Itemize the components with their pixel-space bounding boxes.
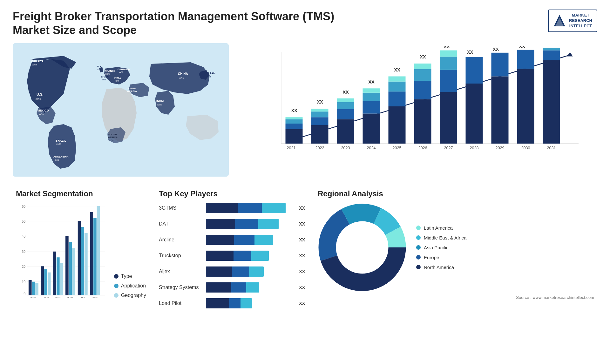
player-row: Truckstop XX	[159, 251, 305, 261]
svg-marker-38	[567, 52, 573, 57]
reg-label-mea: Middle East & Africa	[424, 235, 466, 240]
svg-text:2022: 2022	[43, 296, 49, 298]
svg-text:2021: 2021	[287, 146, 295, 150]
svg-rect-85	[491, 77, 509, 144]
svg-rect-51	[337, 119, 354, 144]
svg-rect-53	[337, 102, 354, 110]
segmentation-title: Market Segmentation	[16, 189, 146, 198]
svg-rect-112	[29, 280, 32, 295]
svg-rect-86	[491, 53, 509, 77]
donut-chart	[318, 203, 407, 292]
player-bar-2	[206, 235, 295, 245]
svg-rect-81	[466, 84, 483, 144]
player-xx-0: XX	[299, 206, 305, 211]
title-block: Freight Broker Transportation Management…	[13, 10, 334, 37]
svg-text:U.S.: U.S.	[37, 92, 43, 96]
svg-rect-41	[286, 119, 303, 124]
svg-rect-70	[414, 81, 431, 99]
svg-text:2023: 2023	[341, 146, 350, 150]
player-name-3: Truckstop	[159, 253, 203, 259]
regional-legend: Latin America Middle East & Africa Asia …	[416, 225, 466, 270]
legend-label-geography: Geography	[121, 293, 146, 298]
seg-legend: Type Application Geography	[114, 267, 146, 298]
reg-dot-latin	[416, 226, 421, 230]
players-list: 3GTMS XX DAT	[159, 203, 305, 308]
player-name-4: Aljex	[159, 269, 203, 274]
svg-text:2023: 2023	[55, 296, 61, 298]
segmentation-area: Market Segmentation 60 50 40 30 20 10 0	[13, 186, 149, 329]
svg-text:xx%: xx%	[157, 103, 162, 106]
legend-dot-application	[114, 284, 119, 288]
svg-rect-48	[311, 109, 329, 112]
player-bar-4	[206, 266, 295, 277]
svg-text:ARABIA: ARABIA	[127, 90, 137, 93]
reg-dot-mea	[416, 235, 421, 240]
svg-text:2025: 2025	[392, 146, 401, 150]
player-name-0: 3GTMS	[159, 205, 203, 211]
svg-rect-69	[414, 99, 431, 144]
player-xx-1: XX	[299, 221, 305, 226]
player-row: Load Pilot XX	[159, 298, 305, 308]
svg-text:40: 40	[22, 235, 25, 239]
svg-text:2026: 2026	[92, 296, 98, 298]
legend-label-application: Application	[121, 283, 146, 289]
svg-rect-132	[90, 212, 93, 295]
main-bar-chart: XX 2021 XX 2022 XX 2023	[257, 46, 591, 161]
legend-application: Application	[114, 283, 146, 289]
svg-text:xx%: xx%	[102, 78, 106, 81]
svg-rect-72	[414, 64, 431, 69]
svg-text:xx%: xx%	[55, 159, 59, 161]
player-name-5: Strategy Systems	[159, 285, 203, 290]
svg-rect-71	[414, 69, 431, 81]
svg-text:ARGENTINA: ARGENTINA	[53, 155, 69, 158]
svg-rect-40	[286, 124, 303, 129]
reg-dot-europe	[416, 255, 421, 260]
svg-rect-64	[389, 92, 406, 107]
reg-legend-latin: Latin America	[416, 225, 466, 231]
svg-text:0: 0	[24, 292, 25, 296]
regional-area: Regional Analysis	[315, 186, 597, 329]
svg-text:2024: 2024	[367, 146, 376, 150]
svg-text:CANADA: CANADA	[31, 60, 44, 63]
svg-text:60: 60	[22, 205, 25, 208]
svg-text:XX: XX	[493, 47, 499, 52]
svg-rect-114	[35, 283, 38, 295]
legend-type: Type	[114, 273, 146, 279]
svg-text:xx%: xx%	[105, 73, 110, 75]
svg-text:xx%: xx%	[39, 113, 44, 116]
header: Freight Broker Transportation Management…	[13, 10, 597, 37]
svg-text:ITALY: ITALY	[114, 77, 121, 79]
map-svg: U.S. xx% CANADA xx% MEXICO xx% BRAZIL xx…	[13, 43, 229, 177]
svg-text:xx%: xx%	[119, 71, 123, 73]
svg-rect-116	[41, 266, 44, 295]
player-row: 3GTMS XX	[159, 203, 305, 213]
svg-rect-54	[337, 98, 354, 102]
reg-legend-apac: Asia Pacific	[416, 245, 466, 250]
svg-text:XX: XX	[394, 68, 401, 73]
svg-text:2031: 2031	[547, 146, 556, 150]
svg-text:2025: 2025	[80, 296, 86, 298]
svg-text:MEXICO: MEXICO	[37, 109, 49, 112]
bar-chart-area: XX 2021 XX 2022 XX 2023	[238, 43, 597, 177]
svg-text:XX: XX	[545, 46, 551, 47]
svg-text:CHINA: CHINA	[178, 72, 188, 76]
svg-rect-57	[363, 114, 380, 144]
svg-rect-122	[60, 263, 63, 295]
svg-rect-89	[517, 69, 534, 144]
player-name-2: Arcline	[159, 237, 203, 243]
svg-rect-52	[337, 109, 354, 119]
svg-rect-130	[85, 233, 88, 295]
seg-chart-wrapper: 60 50 40 30 20 10 0	[16, 203, 146, 298]
svg-rect-45	[311, 125, 329, 144]
player-bar-5	[206, 282, 295, 293]
reg-label-europe: Europe	[424, 255, 439, 260]
svg-text:JAPAN: JAPAN	[206, 72, 215, 75]
svg-rect-133	[93, 218, 97, 295]
logo-icon	[553, 14, 566, 27]
legend-label-type: Type	[121, 273, 132, 279]
player-row: Aljex XX	[159, 266, 305, 277]
svg-rect-93	[543, 60, 560, 144]
svg-rect-90	[517, 50, 534, 69]
svg-text:30: 30	[22, 250, 25, 253]
svg-text:xx%: xx%	[207, 75, 211, 78]
